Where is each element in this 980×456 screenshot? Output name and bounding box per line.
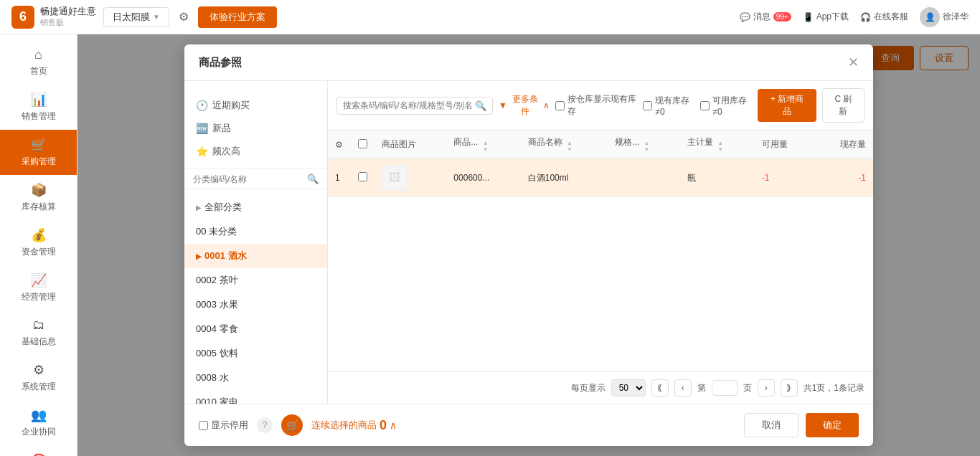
sidebar-label-sales: 销售管理	[22, 110, 56, 123]
sidebar-item-home[interactable]: ⌂ 首页	[0, 40, 77, 85]
last-page-button[interactable]: ⟫	[781, 379, 798, 396]
modal-overlay: 商品参照 ✕ 🕐 近期购买 🆕	[77, 34, 980, 456]
check-stock-nonzero-label[interactable]: 现有库存≠0	[643, 95, 694, 117]
product-reference-modal: 商品参照 ✕ 🕐 近期购买 🆕	[184, 44, 873, 446]
selected-count: 0	[380, 418, 387, 433]
cat-item-appliance[interactable]: 0010 家电	[184, 390, 327, 404]
row-unit: 瓶	[680, 159, 755, 197]
row-code: 000600...	[446, 159, 520, 197]
check-usable-nonzero[interactable]	[700, 101, 710, 110]
category-search-input[interactable]	[193, 174, 304, 184]
filter-up-icon: ∧	[543, 100, 550, 110]
col-settings[interactable]: ⚙	[328, 130, 351, 159]
select-all-checkbox[interactable]	[358, 139, 367, 148]
cat-item-liquor[interactable]: ▶ 0001 酒水	[184, 244, 327, 268]
message-badge: 99+	[773, 12, 791, 22]
first-page-button[interactable]: ⟪	[651, 379, 669, 396]
content-area: 查询 设置 商品参照 ✕ 🕐	[77, 34, 980, 456]
per-page-label: 每页显示	[571, 382, 606, 394]
sidebar-item-sales[interactable]: 📊 销售管理	[0, 85, 77, 130]
sidebar-item-purchase[interactable]: 🛒 采购管理	[0, 130, 77, 175]
main-layout: ⌂ 首页 📊 销售管理 🛒 采购管理 📦 库存核算 💰 资金管理 📈 经营管理 …	[0, 34, 980, 456]
page-number-input[interactable]: 1	[712, 380, 738, 396]
row-checkbox[interactable]	[358, 172, 367, 181]
col-code[interactable]: 商品... ▲▼	[446, 130, 520, 159]
nav-dropdown-label: 日太阳膜	[113, 11, 150, 24]
filter-icon: ▼	[499, 100, 507, 110]
sidebar-item-system[interactable]: ⚙ 系统管理	[0, 355, 77, 400]
prev-page-button[interactable]: ‹	[674, 379, 692, 396]
modal-body: 🕐 近期购买 🆕 新品 ⭐ 频次高	[184, 81, 873, 404]
add-product-button[interactable]: + 新增商品	[758, 89, 816, 122]
cat-item-all[interactable]: ▶ 全部分类	[184, 195, 327, 219]
col-unit[interactable]: 主计量 ▲▼	[680, 130, 755, 159]
logo-sub: 销售版	[40, 17, 96, 28]
frequent-icon: ⭐	[196, 146, 208, 157]
refresh-button[interactable]: C 刷新	[822, 88, 864, 123]
show-disabled-label[interactable]: 显示停用	[199, 419, 248, 432]
cart-icon[interactable]: 🛒	[281, 414, 303, 436]
cat-item-fruit[interactable]: 0003 水果	[184, 293, 327, 317]
cat-item-snacks[interactable]: 0004 零食	[184, 317, 327, 341]
table-row[interactable]: 1 🖼	[328, 159, 873, 197]
category-search: 🔍	[184, 169, 327, 189]
check-usable-nonzero-label[interactable]: 可用库存≠0	[700, 95, 752, 117]
cat-item-tea[interactable]: 0002 茶叶	[184, 268, 327, 293]
category-search-icon[interactable]: 🔍	[307, 174, 319, 184]
filter-more-button[interactable]: ▼ 更多条件 ∧	[499, 93, 550, 118]
product-search-input[interactable]	[343, 100, 472, 110]
table-settings-icon[interactable]: ⚙	[335, 140, 343, 150]
col-stock: 现存量	[814, 130, 873, 159]
quick-item-recent[interactable]: 🕐 近期购买	[184, 94, 327, 117]
sidebar-item-operations[interactable]: 📈 经营管理	[0, 265, 77, 310]
modal-close-button[interactable]: ✕	[848, 54, 859, 70]
row-name: 白酒100ml	[521, 159, 608, 197]
product-search-icon[interactable]: 🔍	[475, 100, 486, 111]
sidebar-item-guide[interactable]: 🎯 新手引导	[0, 445, 77, 456]
app-download-item[interactable]: 📱 App下载	[803, 11, 849, 23]
check-stock-nonzero[interactable]	[643, 101, 652, 110]
product-panel: 🔍 ▼ 更多条件 ∧ 按仓库显示现有库存	[328, 81, 873, 404]
total-info: 共1页，1条记录	[804, 382, 864, 394]
messages-item[interactable]: 💬 消息 99+	[740, 11, 791, 23]
panel-collapse-button[interactable]: ◀◀	[327, 231, 328, 254]
product-list-body: 1 🖼	[328, 159, 873, 197]
gear-icon[interactable]: ⚙	[172, 6, 195, 29]
help-icon[interactable]: ?	[257, 417, 273, 433]
cat-item-beverage[interactable]: 0005 饮料	[184, 341, 327, 366]
pagination-bar: 每页显示 50 ⟪ ‹ 第 1 页 › ⟫ 共1页，1条记录	[328, 371, 873, 404]
inventory-icon: 📦	[31, 182, 47, 198]
collapse-selected-icon[interactable]: ∧	[390, 419, 397, 431]
cancel-button[interactable]: 取消	[744, 413, 798, 437]
quick-item-frequent[interactable]: ⭐ 频次高	[184, 140, 327, 163]
per-page-select[interactable]: 50	[611, 379, 646, 396]
sidebar-label-inventory: 库存核算	[22, 201, 56, 213]
cat-item-water[interactable]: 0008 水	[184, 366, 327, 390]
online-service-item[interactable]: 🎧 在线客服	[860, 11, 908, 23]
col-spec[interactable]: 规格... ▲▼	[608, 130, 680, 159]
col-usable-label: 可用量	[762, 139, 788, 149]
show-disabled-checkbox[interactable]	[199, 421, 208, 430]
trial-button[interactable]: 体验行业方案	[198, 6, 277, 28]
user-item[interactable]: 👤 徐泽华	[920, 7, 969, 27]
show-disabled-text: 显示停用	[211, 419, 248, 432]
sidebar-item-basic[interactable]: 🗂 基础信息	[0, 310, 77, 355]
sales-icon: 📊	[31, 92, 47, 108]
page-suffix: 页	[743, 382, 752, 394]
product-search-box: 🔍	[336, 97, 493, 115]
sidebar-item-inventory[interactable]: 📦 库存核算	[0, 175, 77, 220]
check-by-warehouse-label[interactable]: 按仓库显示现有库存	[555, 93, 638, 118]
confirm-button[interactable]: 确定	[806, 413, 859, 437]
row-spec	[608, 159, 680, 197]
quick-item-new[interactable]: 🆕 新品	[184, 117, 327, 140]
sidebar-item-finance[interactable]: 💰 资金管理	[0, 220, 77, 265]
next-page-button[interactable]: ›	[758, 379, 775, 396]
cat-item-uncategorized[interactable]: 00 未分类	[184, 219, 327, 244]
table-header: ⚙ 商品图片	[328, 130, 873, 159]
nav-dropdown[interactable]: 日太阳膜 ▼	[103, 7, 169, 27]
col-name[interactable]: 商品名称 ▲▼	[521, 130, 608, 159]
sidebar-label-basic: 基础信息	[22, 336, 56, 348]
check-by-warehouse[interactable]	[555, 101, 565, 110]
sidebar-label-system: 系统管理	[22, 381, 56, 393]
sidebar-item-enterprise[interactable]: 👥 企业协同	[0, 400, 77, 445]
